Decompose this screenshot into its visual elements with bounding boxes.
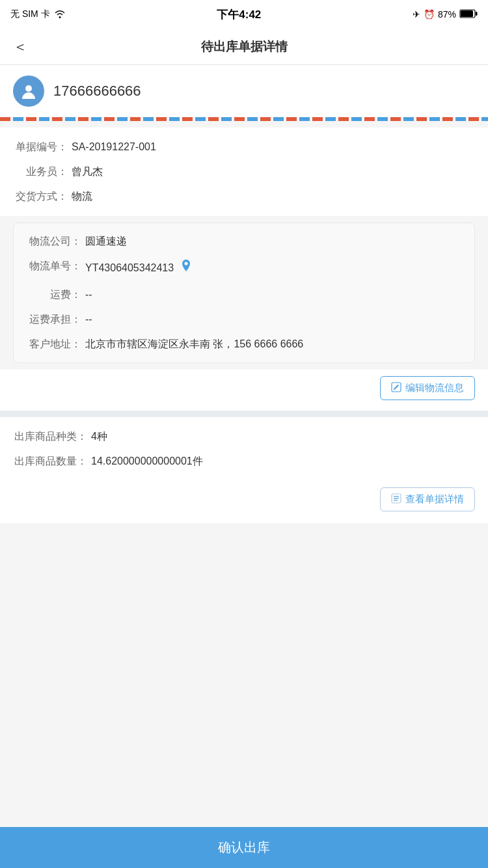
edit-btn-label: 编辑物流信息 bbox=[405, 382, 464, 394]
goods-section: 出库商品种类： 4种 出库商品数量： 14.620000000000001件 bbox=[0, 417, 488, 481]
view-detail-button[interactable]: 查看单据详情 bbox=[380, 487, 475, 511]
freight-bear-label: 运费承担： bbox=[27, 312, 85, 327]
logistics-tracking-value: YT43064053424​13 bbox=[85, 258, 461, 278]
wifi-icon bbox=[54, 9, 66, 20]
status-time: 下午4:42 bbox=[217, 7, 261, 22]
logistics-tracking-label: 物流单号： bbox=[27, 258, 85, 274]
goods-quantity-row: 出库商品数量： 14.620000000000001件 bbox=[13, 454, 475, 469]
status-bar: 无 SIM 卡 下午4:42 ✈ ⏰ 87% bbox=[0, 0, 488, 29]
section-divider bbox=[0, 411, 488, 417]
delivery-value: 物流 bbox=[72, 189, 475, 204]
customer-header: 17666666666 bbox=[0, 65, 488, 117]
view-detail-btn-label: 查看单据详情 bbox=[405, 493, 464, 506]
dashed-separator bbox=[0, 117, 488, 121]
order-number-value: SA-20191227-001 bbox=[72, 139, 475, 155]
location-status-icon: ✈ bbox=[413, 9, 420, 20]
list-icon bbox=[391, 493, 401, 506]
battery-icon bbox=[459, 9, 478, 20]
address-label: 客户地址： bbox=[27, 336, 85, 352]
status-right: ✈ ⏰ 87% bbox=[413, 9, 478, 20]
freight-bear-value: -- bbox=[85, 312, 461, 327]
tracking-number-text: YT43064053424​13 bbox=[85, 260, 174, 276]
freight-bear-row: 运费承担： -- bbox=[27, 312, 461, 327]
svg-point-4 bbox=[185, 262, 188, 265]
logistics-company-value: 圆通速递 bbox=[85, 234, 461, 249]
staff-value: 曾凡杰 bbox=[72, 164, 475, 180]
view-detail-row: 查看单据详情 bbox=[0, 481, 488, 523]
alarm-icon: ⏰ bbox=[424, 9, 435, 20]
delivery-label: 交货方式： bbox=[13, 189, 72, 204]
goods-quantity-label: 出库商品数量： bbox=[13, 454, 91, 469]
goods-types-value: 4种 bbox=[91, 429, 475, 444]
battery-percent: 87% bbox=[438, 9, 456, 20]
goods-types-row: 出库商品种类： 4种 bbox=[13, 429, 475, 444]
logistics-tracking-row: 物流单号： YT43064053424​13 bbox=[27, 258, 461, 278]
customer-avatar bbox=[13, 75, 44, 107]
delivery-row: 交货方式： 物流 bbox=[13, 189, 475, 204]
logistics-company-label: 物流公司： bbox=[27, 234, 85, 249]
svg-rect-2 bbox=[476, 12, 478, 16]
edit-logistics-button[interactable]: 编辑物流信息 bbox=[380, 376, 475, 400]
tracking-location-icon[interactable] bbox=[179, 258, 193, 278]
confirm-btn-container: 确认出库 bbox=[0, 827, 488, 868]
nav-bar: ＜ 待出库单据详情 bbox=[0, 29, 488, 65]
goods-quantity-value: 14.620000000000001件 bbox=[91, 454, 475, 469]
status-left: 无 SIM 卡 bbox=[10, 8, 66, 20]
page-title: 待出库单据详情 bbox=[35, 38, 453, 55]
address-row: 客户地址： 北京市市辖区海淀区永丰南 张，156 6666 6666 bbox=[27, 336, 461, 352]
freight-label: 运费： bbox=[27, 287, 85, 303]
staff-label: 业务员： bbox=[13, 164, 72, 180]
edit-icon bbox=[391, 382, 401, 394]
freight-value: -- bbox=[85, 287, 461, 303]
no-sim-text: 无 SIM 卡 bbox=[10, 8, 50, 20]
content-spacer bbox=[0, 523, 488, 653]
logistics-company-row: 物流公司： 圆通速递 bbox=[27, 234, 461, 249]
order-info-section: 单据编号： SA-20191227-001 业务员： 曾凡杰 交货方式： 物流 bbox=[0, 128, 488, 216]
goods-types-label: 出库商品种类： bbox=[13, 429, 91, 444]
staff-row: 业务员： 曾凡杰 bbox=[13, 164, 475, 180]
svg-point-3 bbox=[25, 85, 32, 92]
confirm-outbound-button[interactable]: 确认出库 bbox=[0, 839, 488, 856]
logistics-box: 物流公司： 圆通速递 物流单号： YT43064053424​13 运费： --… bbox=[13, 223, 475, 363]
customer-phone: 17666666666 bbox=[53, 83, 141, 100]
order-number-row: 单据编号： SA-20191227-001 bbox=[13, 139, 475, 155]
svg-rect-1 bbox=[461, 10, 473, 17]
freight-row: 运费： -- bbox=[27, 287, 461, 303]
address-value: 北京市市辖区海淀区永丰南 张，156 6666 6666 bbox=[85, 336, 461, 352]
edit-btn-row: 编辑物流信息 bbox=[0, 370, 488, 411]
order-number-label: 单据编号： bbox=[13, 139, 72, 155]
back-button[interactable]: ＜ bbox=[13, 32, 35, 62]
